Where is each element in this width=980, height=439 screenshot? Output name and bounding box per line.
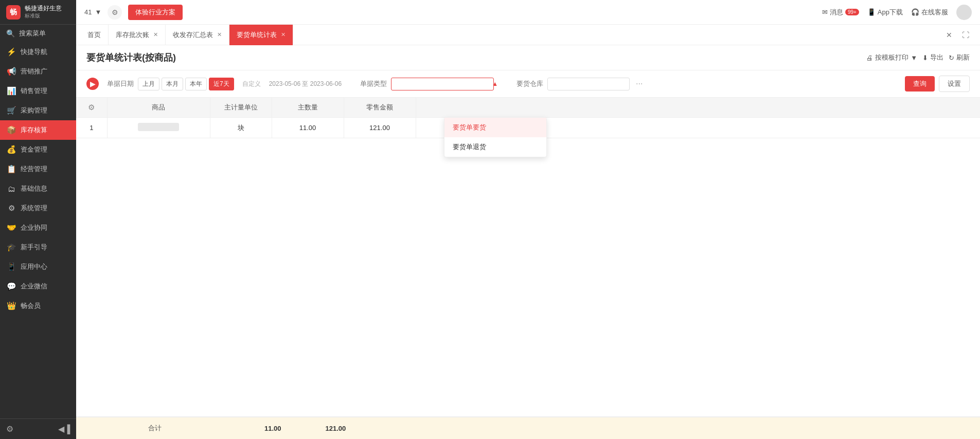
tab-expand-button[interactable]: ✕ [943, 29, 955, 41]
sidebar-item-purchase[interactable]: 🛒 采购管理 [0, 101, 76, 120]
last-7days-btn[interactable]: 近7天 [209, 78, 234, 90]
sidebar-item-guide[interactable]: 🎓 新手引导 [0, 237, 76, 257]
date-filter-label: 单据日期 [107, 79, 134, 88]
filter-toggle-button[interactable]: ▶ [86, 78, 99, 90]
header-right: ✉ 消息 99+ 📱 App下载 🎧 在线客服 [822, 5, 972, 20]
sidebar-item-label: 营销推广 [21, 67, 47, 76]
type-select-wrapper: ▲ [391, 78, 498, 90]
sidebar-item-operation[interactable]: 📋 经营管理 [0, 159, 76, 179]
type-select-input[interactable] [391, 78, 494, 90]
date-buttons: 上月 本月 本年 近7天 [138, 78, 234, 90]
sidebar-item-system[interactable]: ⚙ 系统管理 [0, 198, 76, 218]
dropdown-item-order-request[interactable]: 要货单要货 [444, 118, 546, 137]
custom-date-btn[interactable]: 自定义 [238, 78, 265, 90]
tab-receive-summary-close[interactable]: ✕ [217, 31, 222, 38]
sidebar-item-marketing[interactable]: 📢 营销推广 [0, 62, 76, 81]
tab-home[interactable]: 首页 [80, 25, 109, 45]
col-header-unit: 主计量单位 [210, 98, 272, 118]
print-button[interactable]: 🖨 按模板打印 ▼ [866, 53, 917, 62]
sidebar-bottom: ⚙ ◀▐ [0, 418, 76, 439]
tab-order-summary-label: 要货单统计表 [237, 30, 277, 40]
tab-batch-account-close[interactable]: ✕ [153, 31, 158, 38]
warehouse-filter-group: 要货仓库 ··· [516, 78, 643, 90]
purchase-icon: 🛒 [6, 106, 16, 115]
header-gear-button[interactable]: ⚙ [108, 5, 122, 20]
refresh-button[interactable]: ↻ 刷新 [949, 53, 970, 62]
export-button[interactable]: ⬇ 导出 [922, 53, 943, 62]
sidebar-item-label: 基础信息 [21, 184, 47, 193]
tab-home-label: 首页 [87, 30, 101, 40]
sidebar-item-quick-nav[interactable]: ⚡ 快捷导航 [0, 42, 76, 62]
user-avatar[interactable] [956, 5, 972, 20]
wechat-icon: 💬 [6, 282, 16, 291]
filter-right-buttons: 查询 设置 [905, 76, 970, 92]
tab-order-summary-close[interactable]: ✕ [281, 31, 286, 38]
phone-icon: 📱 [867, 8, 876, 16]
warehouse-more-icon[interactable]: ··· [636, 79, 643, 88]
date-range-display: 2023-05-06 至 2023-06-06 [269, 80, 342, 88]
this-year-btn[interactable]: 本年 [185, 78, 207, 90]
tab-actions: ✕ ⛶ [943, 29, 976, 41]
table-settings-icon[interactable]: ⚙ [88, 103, 95, 112]
content-area: 要货单统计表(按商品) 🖨 按模板打印 ▼ ⬇ 导出 ↻ 刷新 ▶ [76, 45, 980, 439]
sidebar-item-members[interactable]: 👑 畅会员 [0, 296, 76, 316]
sidebar-item-label: 系统管理 [21, 204, 47, 213]
settings-icon[interactable]: ⚙ [6, 424, 13, 434]
messages-badge: 99+ [845, 9, 859, 15]
tab-order-summary[interactable]: 要货单统计表 ✕ [229, 25, 293, 45]
messages-button[interactable]: ✉ 消息 99+ [822, 8, 859, 17]
sidebar-item-inventory[interactable]: 📦 库存核算 [0, 120, 76, 140]
members-icon: 👑 [6, 301, 16, 310]
this-month-btn[interactable]: 本月 [162, 78, 183, 90]
sidebar-item-sales[interactable]: 📊 销售管理 [0, 81, 76, 101]
guide-icon: 🎓 [6, 243, 16, 252]
sales-icon: 📊 [6, 86, 16, 96]
logo-icon: 畅 [6, 5, 21, 20]
cell-no: 1 [76, 118, 107, 138]
warehouse-input[interactable] [547, 78, 630, 90]
company-selector[interactable]: 41 ▼ [84, 8, 101, 16]
top-header: 41 ▼ ⚙ 体验行业方案 ✉ 消息 99+ 📱 App下载 🎧 在线客服 [76, 0, 980, 25]
cell-amount: 121.00 [344, 118, 416, 138]
tab-fullscreen-button[interactable]: ⛶ [959, 29, 972, 41]
tab-batch-account-label: 库存批次账 [116, 30, 149, 40]
chevron-down-icon: ▼ [911, 54, 917, 62]
sidebar-item-finance[interactable]: 💰 资金管理 [0, 140, 76, 159]
online-service-button[interactable]: 🎧 在线客服 [911, 8, 948, 17]
sidebar-item-label: 应用中心 [21, 262, 47, 271]
warehouse-filter-label: 要货仓库 [516, 79, 543, 88]
main-area: 41 ▼ ⚙ 体验行业方案 ✉ 消息 99+ 📱 App下载 🎧 在线客服 [76, 0, 980, 439]
export-label: 导出 [930, 53, 943, 62]
cell-product [107, 118, 210, 138]
sidebar-item-base[interactable]: 🗂 基础信息 [0, 179, 76, 198]
settings-button[interactable]: 设置 [939, 76, 970, 92]
footer-amount: 121.00 [326, 425, 346, 432]
sidebar-logo: 畅 畅捷通好生意 标准版 [0, 0, 76, 25]
sidebar-item-label: 库存核算 [21, 125, 47, 135]
last-month-btn[interactable]: 上月 [138, 78, 159, 90]
sidebar-item-app-center[interactable]: 📱 应用中心 [0, 257, 76, 277]
base-icon: 🗂 [6, 185, 16, 193]
refresh-label: 刷新 [956, 53, 970, 62]
tab-batch-account[interactable]: 库存批次账 ✕ [109, 25, 166, 45]
operation-icon: 📋 [6, 164, 16, 174]
sidebar-item-label: 经营管理 [21, 164, 47, 174]
sidebar-item-label: 销售管理 [21, 86, 47, 96]
page-title: 要货单统计表(按商品) [86, 51, 176, 64]
search-menu[interactable]: 🔍 搜索菜单 [0, 25, 76, 42]
sidebar-item-enterprise[interactable]: 🤝 企业协同 [0, 218, 76, 237]
sidebar-item-wechat[interactable]: 💬 企业微信 [0, 277, 76, 296]
product-placeholder [138, 123, 179, 131]
cell-qty: 11.00 [272, 118, 344, 138]
col-header-settings[interactable]: ⚙ [76, 98, 107, 118]
dropdown-item-order-return[interactable]: 要货单退货 [444, 137, 546, 157]
query-button[interactable]: 查询 [905, 76, 935, 92]
tab-receive-summary[interactable]: 收发存汇总表 ✕ [166, 25, 229, 45]
collapse-menu-icon[interactable]: ◀▐ [58, 424, 70, 434]
trial-button[interactable]: 体验行业方案 [128, 5, 183, 20]
app-download-button[interactable]: 📱 App下载 [867, 8, 903, 17]
sidebar-item-label: 采购管理 [21, 106, 47, 115]
sidebar-item-label: 畅会员 [21, 301, 41, 310]
page-actions: 🖨 按模板打印 ▼ ⬇ 导出 ↻ 刷新 [866, 53, 970, 62]
table-footer: 合计 11.00 121.00 [76, 416, 980, 439]
